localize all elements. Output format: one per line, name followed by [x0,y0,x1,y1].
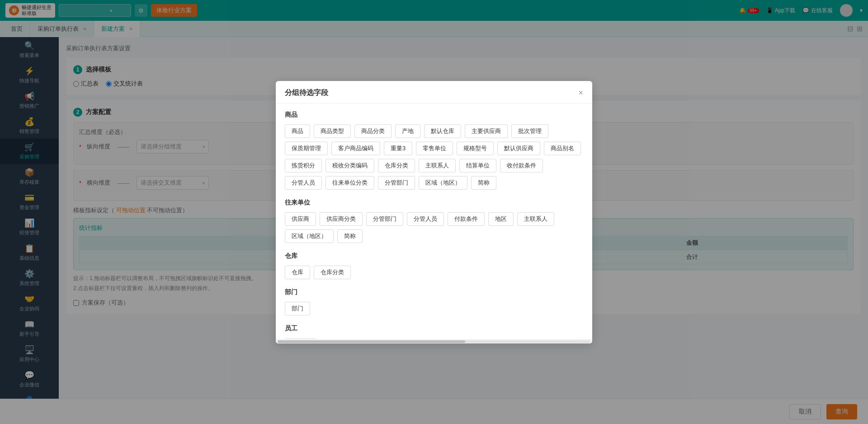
section-product: 商品 商品 商品类型 商品分类 产地 默认仓库 主要供应商 批次管理 保质期管理… [285,111,583,190]
field-origin[interactable]: 产地 [395,124,420,138]
field-partner-category[interactable]: 往来单位分类 [326,176,374,190]
modal-overlay: 分组待选字段 × 商品 商品 商品类型 商品分类 产地 默认仓库 主要供应商 批… [0,0,868,424]
field-customer-product-code[interactable]: 客户商品编码 [331,142,380,155]
section-employee-title: 员工 [285,324,583,333]
scroll-track [278,340,590,343]
field-dept-in-charge[interactable]: 分管部门 [378,176,415,190]
field-partner-manager[interactable]: 分管人员 [407,212,444,226]
field-product-type[interactable]: 商品类型 [314,124,351,138]
modal-close-button[interactable]: × [578,89,583,97]
field-pick-points[interactable]: 拣货积分 [285,159,322,172]
field-weight3[interactable]: 重量3 [384,142,412,155]
section-product-title: 商品 [285,111,583,119]
field-expiry-mgmt[interactable]: 保质期管理 [285,142,328,155]
field-spec-model[interactable]: 规格型号 [457,142,494,155]
field-default-warehouse[interactable]: 默认仓库 [424,124,461,138]
section-warehouse-title: 仓库 [285,252,583,260]
field-partner-area[interactable]: 地区 [488,212,514,226]
field-supplier[interactable]: 供应商 [285,212,316,226]
field-warehouse-category[interactable]: 仓库分类 [378,159,415,172]
section-employee: 员工 业务员 [285,324,583,339]
modal-body: 商品 商品 商品类型 商品分类 产地 默认仓库 主要供应商 批次管理 保质期管理… [276,104,592,339]
field-batch-mgmt[interactable]: 批次管理 [511,124,548,138]
field-dept[interactable]: 部门 [285,302,310,315]
modal-dialog: 分组待选字段 × 商品 商品 商品类型 商品分类 产地 默认仓库 主要供应商 批… [276,81,592,343]
field-default-supplier[interactable]: 默认供应商 [497,142,540,155]
section-partner: 往来单位 供应商 供应商分类 分管部门 分管人员 付款条件 地区 主联系人 区域… [285,199,583,243]
field-product-alias[interactable]: 商品别名 [544,142,581,155]
section-dept: 部门 部门 [285,288,583,315]
field-partner-region[interactable]: 区域（地区） [285,229,334,243]
scroll-thumb [278,340,465,343]
field-tax-code[interactable]: 税收分类编码 [326,159,374,172]
section-warehouse: 仓库 仓库 仓库分类 [285,252,583,279]
field-partner-dept[interactable]: 分管部门 [366,212,403,226]
field-payment-terms[interactable]: 收付款条件 [500,159,543,172]
field-short-name[interactable]: 简称 [471,176,496,190]
field-main-supplier[interactable]: 主要供应商 [465,124,508,138]
field-region[interactable]: 区域（地区） [419,176,467,190]
field-partner-short[interactable]: 简称 [337,229,363,243]
section-dept-title: 部门 [285,288,583,296]
field-partner-payment[interactable]: 付款条件 [448,212,485,226]
field-settlement-unit[interactable]: 结算单位 [459,159,496,172]
field-retail-unit[interactable]: 零售单位 [416,142,453,155]
modal-title: 分组待选字段 [285,88,328,98]
field-warehouse-cat[interactable]: 仓库分类 [314,266,351,279]
field-product[interactable]: 商品 [285,124,310,138]
field-supplier-category[interactable]: 供应商分类 [320,212,363,226]
modal-horizontal-scrollbar[interactable] [276,339,592,343]
field-manager[interactable]: 分管人员 [285,176,322,190]
section-warehouse-fields: 仓库 仓库分类 [285,266,583,279]
section-product-fields: 商品 商品类型 商品分类 产地 默认仓库 主要供应商 批次管理 保质期管理 客户… [285,124,583,190]
section-partner-fields: 供应商 供应商分类 分管部门 分管人员 付款条件 地区 主联系人 区域（地区） … [285,212,583,243]
section-dept-fields: 部门 [285,302,583,315]
modal-header: 分组待选字段 × [276,81,592,104]
field-main-contact[interactable]: 主联系人 [419,159,456,172]
field-warehouse[interactable]: 仓库 [285,266,310,279]
field-partner-contact[interactable]: 主联系人 [517,212,554,226]
field-product-category[interactable]: 商品分类 [354,124,392,138]
section-partner-title: 往来单位 [285,199,583,207]
